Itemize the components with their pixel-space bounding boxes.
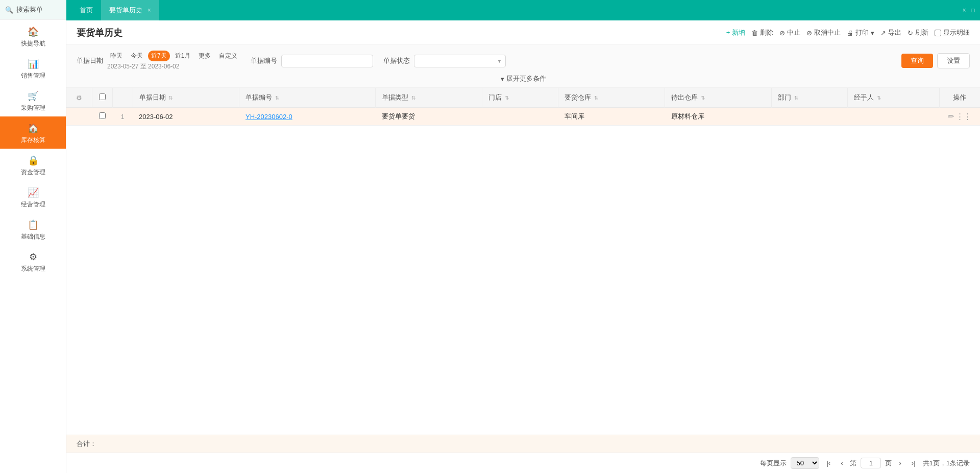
row-edit-icon[interactable]: ✏ bbox=[948, 112, 954, 121]
sidebar-item-quick-nav[interactable]: 🏠 快捷导航 bbox=[0, 20, 66, 52]
page-number-input[interactable] bbox=[861, 458, 881, 468]
row-more-icon[interactable]: ⋮⋮ bbox=[956, 112, 971, 121]
row-ops: ✏ ⋮⋮ bbox=[939, 108, 980, 126]
stop-icon: ⊘ bbox=[779, 29, 785, 37]
last-page-button[interactable]: ›| bbox=[909, 458, 919, 468]
expand-label: 展开更多条件 bbox=[506, 74, 546, 83]
col-doc-no-label: 单据编号 bbox=[246, 93, 272, 101]
sort-icon-req-warehouse[interactable]: ⇅ bbox=[594, 95, 598, 101]
sidebar-item-label: 销售管理 bbox=[21, 72, 45, 80]
search-icon: 🔍 bbox=[5, 6, 13, 14]
page-size-select[interactable]: 10 20 50 100 bbox=[791, 457, 819, 469]
date-shortcut-7days[interactable]: 近7天 bbox=[148, 51, 170, 61]
expand-more-btn[interactable]: ▾ 展开更多条件 bbox=[77, 71, 970, 84]
export-button[interactable]: ↗ 导出 bbox=[880, 28, 901, 37]
settings-gear-icon[interactable]: ⚙ bbox=[76, 94, 82, 102]
show-detail-checkbox-label[interactable]: 显示明细 bbox=[935, 28, 970, 37]
sidebar-item-operation[interactable]: 📈 经营管理 bbox=[0, 181, 66, 213]
row-checkbox[interactable] bbox=[99, 112, 106, 119]
next-page-button[interactable]: › bbox=[896, 458, 904, 468]
col-doc-no: 单据编号 ⇅ bbox=[239, 88, 376, 108]
nav-tab-home-label: 首页 bbox=[80, 6, 93, 15]
col-handler: 经手人 ⇅ bbox=[848, 88, 939, 108]
row-doc-no-link[interactable]: YH-20230602-0 bbox=[246, 113, 292, 121]
print-button[interactable]: 🖨 打印 ▾ bbox=[847, 28, 874, 37]
sidebar-item-label: 系统管理 bbox=[21, 265, 45, 273]
sort-icon-doc-type[interactable]: ⇅ bbox=[411, 95, 415, 101]
date-shortcut-custom[interactable]: 自定义 bbox=[216, 51, 240, 61]
refresh-button[interactable]: ↻ 刷新 bbox=[908, 28, 928, 37]
date-shortcuts: 昨天 今天 近7天 近1月 更多 自定义 2023-05-27 至 2023-0… bbox=[107, 51, 240, 71]
delete-button[interactable]: 🗑 删除 bbox=[751, 28, 773, 37]
date-shortcut-more[interactable]: 更多 bbox=[195, 51, 214, 61]
date-shortcut-yesterday[interactable]: 昨天 bbox=[107, 51, 126, 61]
query-button[interactable]: 查询 bbox=[901, 54, 933, 68]
row-doc-type: 要货单要货 bbox=[376, 108, 482, 126]
cancel-stop-icon: ⊘ bbox=[806, 29, 812, 37]
cart-icon: 🛒 bbox=[28, 90, 39, 102]
col-date-label: 单据日期 bbox=[139, 93, 166, 101]
new-button[interactable]: + 新增 bbox=[726, 28, 745, 37]
table-header: ⚙ 单据日期 ⇅ 单据编号 ⇅ bbox=[66, 88, 980, 108]
date-shortcut-1month[interactable]: 近1月 bbox=[172, 51, 194, 61]
sort-icon-pending-warehouse[interactable]: ⇅ bbox=[701, 95, 705, 101]
sidebar-item-label: 库存核算 bbox=[21, 136, 45, 145]
sort-icon-handler[interactable]: ⇅ bbox=[877, 95, 881, 101]
settings-button[interactable]: 设置 bbox=[937, 53, 970, 68]
nav-tab-history[interactable]: 要货单历史 × bbox=[101, 0, 159, 20]
status-select[interactable] bbox=[414, 55, 506, 67]
col-seq bbox=[112, 88, 133, 108]
nav-close-button[interactable]: × bbox=[963, 7, 966, 14]
sidebar-item-label: 基础信息 bbox=[21, 232, 45, 241]
table-container: ⚙ 单据日期 ⇅ 单据编号 ⇅ bbox=[66, 88, 980, 435]
sidebar-item-inventory[interactable]: 🏠 库存核算 bbox=[0, 116, 66, 149]
sidebar-item-finance[interactable]: 🔒 资金管理 bbox=[0, 149, 66, 181]
show-detail-checkbox[interactable] bbox=[935, 30, 941, 36]
page-unit: 页 bbox=[885, 459, 892, 468]
doc-no-label: 单据编号 bbox=[251, 56, 277, 65]
row-settings bbox=[66, 108, 92, 126]
select-all-checkbox[interactable] bbox=[99, 93, 106, 100]
col-req-warehouse: 要货仓库 ⇅ bbox=[558, 88, 665, 108]
sidebar-item-basic[interactable]: 📋 基础信息 bbox=[0, 213, 66, 245]
col-doc-type-label: 单据类型 bbox=[382, 93, 408, 101]
sidebar-item-purchase[interactable]: 🛒 采购管理 bbox=[0, 84, 66, 116]
system-icon: ⚙ bbox=[29, 251, 37, 263]
date-range-display: 2023-05-27 至 2023-06-02 bbox=[107, 62, 240, 71]
summary-label: 合计： bbox=[77, 440, 96, 447]
row-doc-no: YH-20230602-0 bbox=[239, 108, 376, 126]
sort-icon-store[interactable]: ⇅ bbox=[505, 95, 509, 101]
expand-icon: ▾ bbox=[501, 75, 504, 83]
nav-tab-home[interactable]: 首页 bbox=[71, 0, 101, 20]
sidebar-search[interactable]: 🔍 搜索菜单 bbox=[0, 0, 66, 20]
doc-no-input[interactable] bbox=[281, 55, 373, 67]
print-dropdown-icon: ▾ bbox=[871, 29, 874, 37]
content-area: 要货单历史 + 新增 🗑 删除 ⊘ 中止 ⊘ 取消中止 🖨 打印 bbox=[66, 20, 980, 473]
header-actions: + 新增 🗑 删除 ⊘ 中止 ⊘ 取消中止 🖨 打印 ▾ bbox=[726, 28, 970, 37]
delete-icon: 🗑 bbox=[751, 29, 758, 37]
date-shortcut-today[interactable]: 今天 bbox=[128, 51, 146, 61]
table-row: 1 2023-06-02 YH-20230602-0 要货单要货 车间库 原材料… bbox=[66, 108, 980, 126]
lock-icon: 🔒 bbox=[28, 155, 39, 166]
nav-maximize-button[interactable]: □ bbox=[971, 7, 975, 14]
total-info: 共1页，1条记录 bbox=[923, 459, 970, 468]
page-title: 要货单历史 bbox=[77, 27, 122, 39]
col-ops-label: 操作 bbox=[953, 93, 966, 101]
nav-tab-close-icon[interactable]: × bbox=[148, 7, 151, 14]
nav-tab-history-label: 要货单历史 bbox=[109, 6, 142, 15]
sort-icon-doc-no[interactable]: ⇅ bbox=[275, 95, 279, 101]
prev-page-button[interactable]: ‹ bbox=[838, 458, 846, 468]
status-select-wrapper bbox=[414, 55, 506, 67]
stop-button[interactable]: ⊘ 中止 bbox=[779, 28, 800, 37]
sort-icon-date[interactable]: ⇅ bbox=[168, 95, 173, 101]
row-handler bbox=[848, 108, 939, 126]
sidebar-item-label: 经营管理 bbox=[21, 200, 45, 209]
first-page-button[interactable]: |‹ bbox=[823, 458, 834, 468]
cancel-stop-button[interactable]: ⊘ 取消中止 bbox=[806, 28, 841, 37]
sidebar-item-system[interactable]: ⚙ 系统管理 bbox=[0, 245, 66, 277]
sort-icon-dept[interactable]: ⇅ bbox=[794, 95, 798, 101]
data-table: ⚙ 单据日期 ⇅ 单据编号 ⇅ bbox=[66, 88, 980, 126]
sidebar-item-sales[interactable]: 📊 销售管理 bbox=[0, 52, 66, 84]
date-shortcuts-row: 昨天 今天 近7天 近1月 更多 自定义 bbox=[107, 51, 240, 61]
top-nav-right: × □ bbox=[963, 7, 975, 14]
